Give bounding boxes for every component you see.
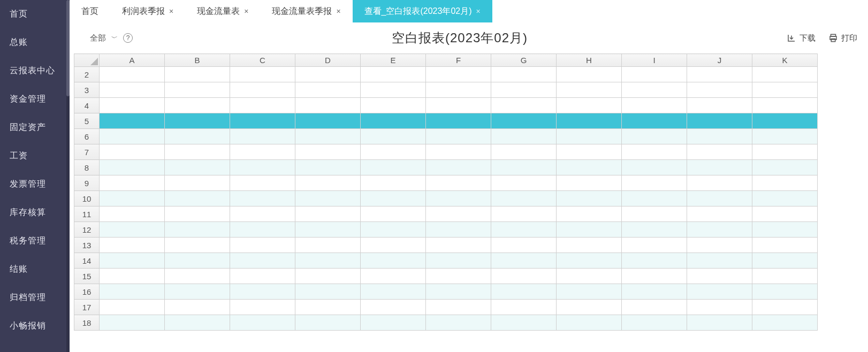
cell-G3[interactable]: [491, 82, 557, 98]
column-header-I[interactable]: I: [622, 54, 687, 67]
sidebar-item-7[interactable]: 库存核算: [0, 198, 70, 227]
row-header-17[interactable]: 17: [74, 300, 100, 315]
cell-C11[interactable]: [230, 206, 295, 222]
row-header-13[interactable]: 13: [74, 238, 100, 253]
cell-H11[interactable]: [557, 206, 622, 222]
cell-D10[interactable]: [295, 191, 361, 206]
row-header-5[interactable]: 5: [74, 113, 100, 129]
cell-C10[interactable]: [230, 191, 295, 206]
cell-B8[interactable]: [165, 160, 230, 175]
cell-I2[interactable]: [622, 67, 687, 82]
cell-C2[interactable]: [230, 67, 295, 82]
cell-J4[interactable]: [687, 98, 752, 113]
tab-0[interactable]: 首页: [70, 0, 110, 22]
cell-A13[interactable]: [100, 238, 165, 253]
cell-K10[interactable]: [752, 191, 818, 206]
sidebar-item-5[interactable]: 工资: [0, 142, 70, 170]
cell-H6[interactable]: [557, 129, 622, 144]
cell-H5[interactable]: [557, 113, 622, 129]
cell-A5[interactable]: [100, 113, 165, 129]
cell-I4[interactable]: [622, 98, 687, 113]
cell-A4[interactable]: [100, 98, 165, 113]
cell-F13[interactable]: [426, 238, 491, 253]
row-header-7[interactable]: 7: [74, 144, 100, 160]
row-header-8[interactable]: 8: [74, 160, 100, 175]
column-header-J[interactable]: J: [687, 54, 752, 67]
cell-K3[interactable]: [752, 82, 818, 98]
cell-E13[interactable]: [361, 238, 426, 253]
cell-F14[interactable]: [426, 253, 491, 269]
cell-K16[interactable]: [752, 284, 818, 300]
tab-1[interactable]: 利润表季报×: [110, 0, 185, 22]
cell-D3[interactable]: [295, 82, 361, 98]
cell-I3[interactable]: [622, 82, 687, 98]
cell-H3[interactable]: [557, 82, 622, 98]
cell-B10[interactable]: [165, 191, 230, 206]
cell-A16[interactable]: [100, 284, 165, 300]
cell-F4[interactable]: [426, 98, 491, 113]
cell-D2[interactable]: [295, 67, 361, 82]
cell-G4[interactable]: [491, 98, 557, 113]
cell-I14[interactable]: [622, 253, 687, 269]
cell-G9[interactable]: [491, 175, 557, 191]
cell-J7[interactable]: [687, 144, 752, 160]
cell-G11[interactable]: [491, 206, 557, 222]
cell-B11[interactable]: [165, 206, 230, 222]
cell-F10[interactable]: [426, 191, 491, 206]
cell-B2[interactable]: [165, 67, 230, 82]
cell-J14[interactable]: [687, 253, 752, 269]
cell-G8[interactable]: [491, 160, 557, 175]
filter-dropdown[interactable]: 全部 ﹀ ?: [90, 33, 133, 43]
cell-D12[interactable]: [295, 222, 361, 238]
column-header-C[interactable]: C: [230, 54, 295, 67]
cell-E9[interactable]: [361, 175, 426, 191]
cell-A17[interactable]: [100, 300, 165, 315]
cell-F6[interactable]: [426, 129, 491, 144]
cell-H13[interactable]: [557, 238, 622, 253]
cell-K6[interactable]: [752, 129, 818, 144]
cell-E5[interactable]: [361, 113, 426, 129]
cell-C12[interactable]: [230, 222, 295, 238]
cell-H2[interactable]: [557, 67, 622, 82]
cell-F15[interactable]: [426, 269, 491, 284]
cell-C15[interactable]: [230, 269, 295, 284]
cell-K14[interactable]: [752, 253, 818, 269]
cell-B9[interactable]: [165, 175, 230, 191]
cell-B4[interactable]: [165, 98, 230, 113]
cell-J9[interactable]: [687, 175, 752, 191]
tab-2[interactable]: 现金流量表×: [185, 0, 260, 22]
cell-D4[interactable]: [295, 98, 361, 113]
cell-J12[interactable]: [687, 222, 752, 238]
column-header-K[interactable]: K: [752, 54, 818, 67]
cell-E3[interactable]: [361, 82, 426, 98]
column-header-E[interactable]: E: [361, 54, 426, 67]
cell-G17[interactable]: [491, 300, 557, 315]
cell-K17[interactable]: [752, 300, 818, 315]
cell-A15[interactable]: [100, 269, 165, 284]
cell-G2[interactable]: [491, 67, 557, 82]
cell-A9[interactable]: [100, 175, 165, 191]
cell-C14[interactable]: [230, 253, 295, 269]
cell-C3[interactable]: [230, 82, 295, 98]
row-header-12[interactable]: 12: [74, 222, 100, 238]
sidebar-item-6[interactable]: 发票管理: [0, 170, 70, 198]
cell-G16[interactable]: [491, 284, 557, 300]
cell-J11[interactable]: [687, 206, 752, 222]
cell-K5[interactable]: [752, 113, 818, 129]
column-header-F[interactable]: F: [426, 54, 491, 67]
cell-E10[interactable]: [361, 191, 426, 206]
cell-K8[interactable]: [752, 160, 818, 175]
row-header-16[interactable]: 16: [74, 284, 100, 300]
cell-C5[interactable]: [230, 113, 295, 129]
cell-F3[interactable]: [426, 82, 491, 98]
sidebar-item-0[interactable]: 首页: [0, 0, 70, 28]
row-header-11[interactable]: 11: [74, 206, 100, 222]
cell-J6[interactable]: [687, 129, 752, 144]
cell-B3[interactable]: [165, 82, 230, 98]
close-icon[interactable]: ×: [476, 7, 481, 16]
cell-J3[interactable]: [687, 82, 752, 98]
cell-A12[interactable]: [100, 222, 165, 238]
cell-A2[interactable]: [100, 67, 165, 82]
cell-F7[interactable]: [426, 144, 491, 160]
cell-I12[interactable]: [622, 222, 687, 238]
